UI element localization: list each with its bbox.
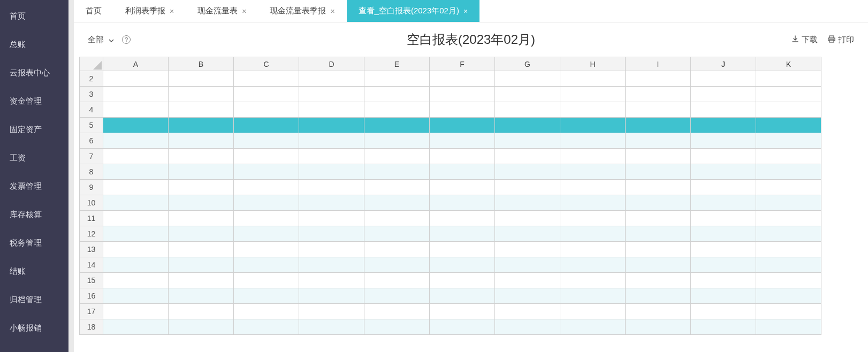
cell-C17[interactable]	[234, 304, 299, 319]
cell-G15[interactable]	[495, 273, 560, 288]
cell-G16[interactable]	[495, 288, 560, 304]
cell-B17[interactable]	[169, 304, 234, 319]
cell-F7[interactable]	[430, 149, 495, 164]
cell-K12[interactable]	[756, 226, 821, 242]
cell-A16[interactable]	[103, 288, 169, 304]
cell-K3[interactable]	[756, 87, 821, 102]
tab-4[interactable]: 查看_空白报表(2023年02月)×	[347, 0, 480, 22]
sidebar-item-5[interactable]: 工资	[0, 144, 68, 172]
column-header-I[interactable]: I	[626, 57, 691, 71]
row-header-12[interactable]: 12	[80, 226, 103, 242]
cell-A15[interactable]	[103, 273, 169, 288]
sidebar-item-11[interactable]: 小畅报销	[0, 314, 68, 342]
cell-E14[interactable]	[364, 257, 430, 273]
cell-B2[interactable]	[169, 71, 234, 87]
cell-I15[interactable]	[626, 273, 691, 288]
sidebar-item-6[interactable]: 发票管理	[0, 172, 68, 201]
cell-J3[interactable]	[691, 87, 756, 102]
row-header-11[interactable]: 11	[80, 211, 103, 226]
cell-I11[interactable]	[626, 211, 691, 226]
cell-J14[interactable]	[691, 257, 756, 273]
cell-A7[interactable]	[103, 149, 169, 164]
cell-J12[interactable]	[691, 226, 756, 242]
cell-A9[interactable]	[103, 180, 169, 195]
close-icon[interactable]: ×	[330, 7, 334, 15]
cell-H8[interactable]	[560, 164, 626, 180]
cell-F17[interactable]	[430, 304, 495, 319]
cell-A10[interactable]	[103, 195, 169, 211]
cell-J7[interactable]	[691, 149, 756, 164]
cell-H10[interactable]	[560, 195, 626, 211]
cell-A3[interactable]	[103, 87, 169, 102]
cell-K9[interactable]	[756, 180, 821, 195]
cell-K17[interactable]	[756, 304, 821, 319]
spreadsheet[interactable]: ABCDEFGHIJK 23456789101112131415161718	[79, 57, 868, 352]
row-header-16[interactable]: 16	[80, 288, 103, 304]
cell-F4[interactable]	[430, 102, 495, 118]
filter-dropdown[interactable]: 全部 ?	[88, 35, 131, 45]
row-header-14[interactable]: 14	[80, 257, 103, 273]
sidebar-scrollbar[interactable]	[68, 0, 74, 352]
cell-H3[interactable]	[560, 87, 626, 102]
cell-F18[interactable]	[430, 319, 495, 335]
cell-G14[interactable]	[495, 257, 560, 273]
cell-A18[interactable]	[103, 319, 169, 335]
cell-I17[interactable]	[626, 304, 691, 319]
cell-F15[interactable]	[430, 273, 495, 288]
help-icon[interactable]: ?	[122, 35, 131, 44]
column-header-J[interactable]: J	[691, 57, 756, 71]
cell-I9[interactable]	[626, 180, 691, 195]
cell-C13[interactable]	[234, 242, 299, 257]
cell-J8[interactable]	[691, 164, 756, 180]
cell-I14[interactable]	[626, 257, 691, 273]
cell-K15[interactable]	[756, 273, 821, 288]
column-header-G[interactable]: G	[495, 57, 560, 71]
sidebar-item-3[interactable]: 资金管理	[0, 87, 68, 116]
cell-B6[interactable]	[169, 133, 234, 149]
cell-J6[interactable]	[691, 133, 756, 149]
cell-A4[interactable]	[103, 102, 169, 118]
cell-H16[interactable]	[560, 288, 626, 304]
column-header-E[interactable]: E	[364, 57, 430, 71]
cell-C2[interactable]	[234, 71, 299, 87]
row-header-3[interactable]: 3	[80, 87, 103, 102]
cell-I2[interactable]	[626, 71, 691, 87]
cell-K6[interactable]	[756, 133, 821, 149]
cell-I12[interactable]	[626, 226, 691, 242]
tab-0[interactable]: 首页	[74, 0, 113, 22]
cell-J10[interactable]	[691, 195, 756, 211]
cell-K2[interactable]	[756, 71, 821, 87]
row-header-9[interactable]: 9	[80, 180, 103, 195]
cell-B11[interactable]	[169, 211, 234, 226]
cell-D15[interactable]	[299, 273, 364, 288]
row-header-7[interactable]: 7	[80, 149, 103, 164]
cell-D18[interactable]	[299, 319, 364, 335]
cell-J17[interactable]	[691, 304, 756, 319]
cell-C9[interactable]	[234, 180, 299, 195]
cell-K10[interactable]	[756, 195, 821, 211]
cell-G11[interactable]	[495, 211, 560, 226]
cell-E11[interactable]	[364, 211, 430, 226]
cell-K4[interactable]	[756, 102, 821, 118]
cell-G10[interactable]	[495, 195, 560, 211]
cell-A17[interactable]	[103, 304, 169, 319]
cell-E16[interactable]	[364, 288, 430, 304]
row-header-4[interactable]: 4	[80, 102, 103, 118]
cell-F16[interactable]	[430, 288, 495, 304]
cell-D14[interactable]	[299, 257, 364, 273]
sidebar-item-9[interactable]: 结账	[0, 257, 68, 286]
cell-J18[interactable]	[691, 319, 756, 335]
cell-D12[interactable]	[299, 226, 364, 242]
cell-E4[interactable]	[364, 102, 430, 118]
cell-D13[interactable]	[299, 242, 364, 257]
cell-C10[interactable]	[234, 195, 299, 211]
cell-E13[interactable]	[364, 242, 430, 257]
cell-C8[interactable]	[234, 164, 299, 180]
cell-D2[interactable]	[299, 71, 364, 87]
cell-D3[interactable]	[299, 87, 364, 102]
tab-3[interactable]: 现金流量表季报×	[258, 0, 346, 22]
column-header-F[interactable]: F	[430, 57, 495, 71]
row-header-6[interactable]: 6	[80, 133, 103, 149]
cell-J4[interactable]	[691, 102, 756, 118]
cell-F8[interactable]	[430, 164, 495, 180]
